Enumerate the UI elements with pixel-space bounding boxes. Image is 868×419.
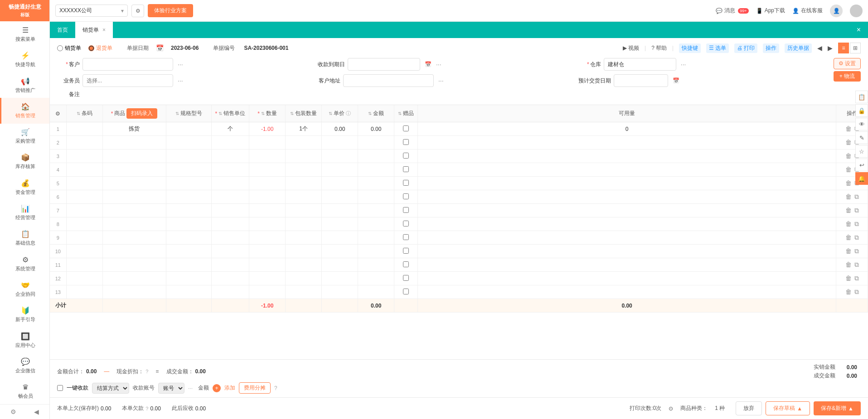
- copy-row-btn[interactable]: ⧉: [854, 234, 859, 241]
- sidebar-item-guide[interactable]: 🔰 新手引导: [0, 302, 49, 327]
- sidebar-item-marketing[interactable]: 📢 营销推广: [0, 72, 49, 98]
- sidebar-item-purchase[interactable]: 🛒 采购管理: [0, 124, 49, 149]
- radio-sales-input[interactable]: [57, 45, 63, 51]
- sort-icon-pack[interactable]: ⇅: [290, 111, 294, 116]
- user-avatar2[interactable]: [850, 5, 863, 17]
- gift-checkbox[interactable]: [403, 261, 409, 267]
- delivery-date-icon[interactable]: 📅: [673, 77, 679, 84]
- operation-link[interactable]: 操作: [763, 43, 779, 53]
- next-page-icon[interactable]: ▶: [828, 44, 833, 52]
- trial-btn[interactable]: 体验行业方案: [148, 4, 193, 17]
- flow-btn[interactable]: + 物流: [834, 71, 861, 82]
- float-btn-undo[interactable]: ↩: [855, 159, 868, 171]
- total-owe-icon[interactable]: ?: [145, 406, 148, 411]
- shortcut-link[interactable]: 快捷键: [679, 43, 701, 53]
- salesperson-more-btn[interactable]: ···: [178, 77, 183, 84]
- sort-icon-barcode[interactable]: ⇅: [77, 111, 80, 116]
- payment-date-more-btn[interactable]: ···: [436, 61, 441, 68]
- payment-date-icon[interactable]: 📅: [425, 61, 432, 67]
- delete-row-btn[interactable]: 🗑: [845, 220, 852, 228]
- header-settings-btn[interactable]: ⚙: [131, 5, 144, 17]
- sidebar-item-apps[interactable]: 🔲 应用中心: [0, 327, 49, 353]
- date-icon[interactable]: 📅: [156, 44, 164, 52]
- save-new-btn[interactable]: 保存&新增 ▲: [814, 401, 861, 415]
- float-btn-lock[interactable]: 🔒: [855, 104, 868, 117]
- customer-input[interactable]: [82, 58, 173, 71]
- delete-row-btn[interactable]: 🗑: [845, 179, 852, 187]
- col-settings-icon[interactable]: ⚙: [55, 111, 60, 117]
- sort-icon-amount[interactable]: ⇅: [368, 111, 372, 116]
- cash-discount-info[interactable]: ?: [145, 369, 148, 374]
- delete-row-btn[interactable]: 🗑: [845, 139, 852, 146]
- gift-checkbox[interactable]: [403, 289, 409, 294]
- sort-icon-unit[interactable]: ⇅: [218, 111, 222, 116]
- sidebar-item-finance[interactable]: 💰 资金管理: [0, 174, 49, 200]
- delete-row-btn[interactable]: 🗑: [845, 275, 852, 282]
- sidebar-item-member[interactable]: ♛ 畅会员: [0, 379, 49, 404]
- float-btn-star[interactable]: ☆: [855, 145, 868, 158]
- gift-checkbox[interactable]: [403, 153, 409, 159]
- radio-sales[interactable]: 销货单: [57, 44, 81, 52]
- delivery-date-input[interactable]: [614, 74, 668, 87]
- expense-help-icon[interactable]: ?: [274, 385, 277, 391]
- address-more-btn[interactable]: ···: [438, 77, 444, 84]
- sidebar-item-basic[interactable]: 📋 基础信息: [0, 226, 49, 251]
- tab-close-icon[interactable]: ×: [102, 27, 106, 33]
- copy-row-btn[interactable]: ⧉: [854, 193, 859, 201]
- sidebar-item-sales[interactable]: 🏠 销售管理: [0, 98, 49, 123]
- delete-row-btn[interactable]: 🗑: [845, 247, 852, 255]
- add-payment-btn[interactable]: +: [213, 384, 221, 392]
- one-click-payment-checkbox[interactable]: [57, 385, 63, 391]
- save-draft-btn[interactable]: 保存草稿 ▲: [766, 401, 810, 415]
- tab-bar-close-btn[interactable]: ×: [857, 26, 861, 34]
- online-service-btn[interactable]: 👤 在线客服: [792, 7, 823, 14]
- choose-link[interactable]: ☰ 选单: [706, 43, 729, 53]
- price-info-icon[interactable]: ⓘ: [346, 110, 351, 117]
- delete-row-btn[interactable]: 🗑: [845, 207, 852, 214]
- grid-view-btn[interactable]: ⊞: [850, 43, 861, 53]
- float-btn-alert[interactable]: 🔔: [855, 172, 868, 185]
- sort-icon-qty[interactable]: ⇅: [261, 111, 265, 116]
- radio-return-input[interactable]: [88, 45, 94, 51]
- float-btn-edit[interactable]: ✎: [855, 131, 868, 144]
- warehouse-more-btn[interactable]: ···: [681, 61, 686, 68]
- gift-checkbox[interactable]: [403, 207, 409, 213]
- app-download-btn[interactable]: 📱 App下载: [756, 7, 785, 14]
- payment-date-input[interactable]: [348, 58, 420, 71]
- account-select[interactable]: 账号: [158, 383, 184, 394]
- video-link[interactable]: ▶ 视频: [623, 44, 639, 52]
- prev-page-icon[interactable]: ◀: [817, 44, 822, 52]
- sidebar-item-wechat[interactable]: 💬 企业微信: [0, 353, 49, 378]
- warehouse-input[interactable]: [604, 58, 676, 71]
- gift-checkbox[interactable]: [403, 125, 409, 131]
- copy-row-btn[interactable]: ⧉: [854, 207, 859, 214]
- gift-checkbox[interactable]: [403, 248, 409, 254]
- sidebar-item-inventory[interactable]: 📦 库存核算: [0, 149, 49, 174]
- gift-checkbox[interactable]: [403, 180, 409, 186]
- gift-checkbox[interactable]: [403, 221, 409, 226]
- tab-sales-order[interactable]: 销货单 ×: [75, 22, 113, 38]
- sidebar-item-collab[interactable]: 🤝 企业协同: [0, 276, 49, 302]
- gift-checkbox[interactable]: [403, 193, 409, 199]
- delete-row-btn[interactable]: 🗑: [845, 261, 852, 269]
- copy-row-btn[interactable]: ⧉: [854, 247, 859, 255]
- customer-more-btn[interactable]: ···: [178, 61, 183, 68]
- scan-btn[interactable]: 扫码录入: [126, 108, 157, 119]
- gift-checkbox[interactable]: [403, 166, 409, 172]
- help-link[interactable]: ? 帮助: [651, 44, 667, 52]
- abandon-btn[interactable]: 放弃: [736, 401, 762, 415]
- delete-row-btn[interactable]: 🗑: [845, 125, 852, 133]
- dots-more[interactable]: ···: [188, 385, 193, 391]
- settings-btn[interactable]: ⚙ 设置: [834, 58, 861, 69]
- expense-btn[interactable]: 费用分摊: [239, 382, 271, 394]
- delete-row-btn[interactable]: 🗑: [845, 193, 852, 201]
- sidebar-item-search[interactable]: ☰ 搜索菜单: [0, 21, 49, 47]
- float-btn-view[interactable]: 👁: [855, 118, 868, 130]
- customer-address-input[interactable]: [343, 74, 434, 87]
- delete-row-btn[interactable]: 🗑: [845, 166, 852, 173]
- delete-row-btn[interactable]: 🗑: [845, 234, 852, 241]
- sort-icon-gift[interactable]: ⇅: [398, 111, 402, 116]
- payment-method-select[interactable]: 结算方式: [92, 383, 129, 394]
- copy-row-btn[interactable]: ⧉: [854, 220, 859, 228]
- radio-return[interactable]: 退货单: [88, 44, 112, 52]
